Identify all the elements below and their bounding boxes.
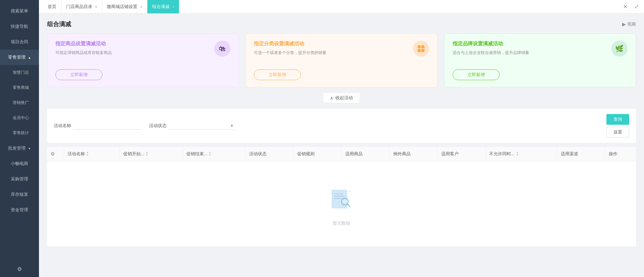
activity-name-input[interactable] <box>74 122 141 130</box>
search-actions: 查询 设置 <box>606 114 629 137</box>
activity-card-product-desc: 可指定滞销商品或库存较多商品 <box>55 50 230 56</box>
gear-icon: ⚙ <box>17 266 22 272</box>
activity-card-brand-desc: 适合与上游企业联合做营销，提升品牌销量 <box>453 50 628 56</box>
activity-card-brand: 指定品牌设置满减活动 🌿 适合与上游企业联合做营销，提升品牌销量 立即新增 <box>444 34 636 87</box>
sort-icon: ▲▼ <box>209 151 211 157</box>
tab-store-catalog[interactable]: 门店商品目录 × <box>61 0 102 13</box>
tab-close-combo-discount[interactable]: × <box>172 5 174 9</box>
page-header: 组合满减 ▶ 视频 <box>47 20 636 28</box>
col-exception-goods: 例外商品 <box>390 147 438 161</box>
sidebar-settings[interactable]: ⚙ <box>0 261 39 277</box>
svg-rect-2 <box>418 49 421 52</box>
tab-bar: 首页 门店商品目录 × 微商城店铺设置 × 组合满减 × ✕ ⤢ <box>39 0 644 13</box>
gear-icon: ⚙ <box>50 151 55 157</box>
video-link[interactable]: ▶ 视频 <box>622 21 636 27</box>
sidebar-item-retail-stats[interactable]: 零售统计 <box>0 125 39 141</box>
tab-combo-discount[interactable]: 组合满减 × <box>147 0 179 13</box>
activity-card-brand-title: 指定品牌设置满减活动 <box>453 41 628 47</box>
sidebar-item-retail-manage[interactable]: 零售管理 <box>0 50 39 65</box>
leaf-icon: 🌿 <box>615 45 624 53</box>
empty-state-icon <box>325 181 358 215</box>
search-activity-status-field: 活动状态 ▼ <box>149 122 236 130</box>
sort-icon: ▲▼ <box>86 151 89 157</box>
search-bar: 活动名称 活动状态 ▼ 查询 设置 <box>47 109 636 143</box>
activity-status-select-wrapper: ▼ <box>169 122 236 130</box>
query-button[interactable]: 查询 <box>606 114 629 125</box>
col-promo-start[interactable]: 促销开始... ▲▼ <box>120 147 183 161</box>
sort-icon: ▲▼ <box>146 151 148 157</box>
sidebar-item-member-center[interactable]: 会员中心 <box>0 110 39 125</box>
empty-text: 暂无数据 <box>333 220 350 226</box>
sidebar-item-xiaochangec[interactable]: 小畅电商 <box>0 156 39 171</box>
tab-home[interactable]: 首页 <box>43 0 61 13</box>
window-close-btn[interactable]: ✕ <box>622 3 629 10</box>
content-area: 组合满减 ▶ 视频 指定商品设置满减活动 🛍 可指定滞销商品或库存较多商品 立即… <box>39 13 644 277</box>
tab-close-wechat-store[interactable]: × <box>140 5 142 9</box>
sidebar: 搜索菜单 快捷导航 项目合同 零售管理 智慧门店 零售商城 营销推广 会员中心 … <box>0 0 39 277</box>
activity-card-category-icon <box>413 41 429 57</box>
sidebar-item-search-menu[interactable]: 搜索菜单 <box>0 3 39 19</box>
window-maximize-btn[interactable]: ⤢ <box>633 3 640 10</box>
collapse-btn[interactable]: ∧ 收起活动 <box>323 93 360 103</box>
col-activity-status: 活动状态 <box>246 147 294 161</box>
sidebar-item-inventory-calc[interactable]: 库存核算 <box>0 187 39 202</box>
search-activity-name-field: 活动名称 <box>54 122 141 130</box>
svg-rect-0 <box>418 45 421 48</box>
empty-state: 暂无数据 <box>47 161 636 246</box>
sidebar-item-wholesale-manage[interactable]: 批发管理 <box>0 141 39 156</box>
svg-rect-1 <box>421 45 424 48</box>
settings-button[interactable]: 设置 <box>606 127 629 137</box>
activity-card-category-title: 指定分类设置满减活动 <box>254 41 429 47</box>
svg-point-13 <box>349 190 350 192</box>
col-not-allow-concurrent[interactable]: 不允许同时... ▲▼ <box>486 147 557 161</box>
bag-icon: 🛍 <box>219 45 226 53</box>
svg-line-12 <box>348 204 350 207</box>
col-gear[interactable]: ⚙ <box>47 147 64 161</box>
activity-card-product: 指定商品设置满减活动 🛍 可指定滞销商品或库存较多商品 立即新增 <box>47 34 239 87</box>
activity-card-category-desc: 可选一个或者多个分类，提升分类的销量 <box>254 50 429 56</box>
page-title: 组合满减 <box>47 20 71 28</box>
col-promo-end[interactable]: 促销结束... ▲▼ <box>183 147 246 161</box>
activity-cards: 指定商品设置满减活动 🛍 可指定滞销商品或库存较多商品 立即新增 指定分类设置满… <box>47 34 636 87</box>
svg-point-11 <box>342 199 347 204</box>
tab-wechat-store-settings[interactable]: 微商城店铺设置 × <box>102 0 147 13</box>
activity-name-label: 活动名称 <box>54 123 71 129</box>
activity-card-category: 指定分类设置满减活动 可选一个或者多个分类，提升分类的销量 立即新增 <box>245 34 437 87</box>
data-table: ⚙ 活动名称 ▲▼ 促销开始... ▲▼ <box>47 147 636 161</box>
sidebar-item-marketing[interactable]: 营销推广 <box>0 95 39 110</box>
activity-card-brand-icon: 🌿 <box>611 41 628 57</box>
activity-status-select[interactable] <box>169 122 236 130</box>
table-wrapper: ⚙ 活动名称 ▲▼ 促销开始... ▲▼ <box>47 147 636 246</box>
main-area: 首页 门店商品目录 × 微商城店铺设置 × 组合满减 × ✕ ⤢ 组合满减 ▶ … <box>39 0 644 277</box>
activity-card-product-title: 指定商品设置满减活动 <box>55 41 230 47</box>
tab-close-store-catalog[interactable]: × <box>95 5 97 9</box>
activity-card-product-btn[interactable]: 立即新增 <box>55 69 102 80</box>
sidebar-item-smart-store[interactable]: 智慧门店 <box>0 65 39 80</box>
sort-icon: ▲▼ <box>516 151 519 157</box>
activity-card-category-btn[interactable]: 立即新增 <box>254 69 301 80</box>
collapse-bar: ∧ 收起活动 <box>47 93 636 103</box>
col-promo-rule: 促销规则 <box>294 147 342 161</box>
col-applicable-channel: 适用渠道 <box>557 147 605 161</box>
sidebar-item-quick-nav[interactable]: 快捷导航 <box>0 19 39 34</box>
svg-point-14 <box>351 193 352 195</box>
sidebar-item-fund-manage[interactable]: 资金管理 <box>0 202 39 218</box>
col-applicable-customer: 适用客户 <box>438 147 486 161</box>
tab-bar-actions: ✕ ⤢ <box>622 3 640 10</box>
sidebar-item-project-contract[interactable]: 项目合同 <box>0 34 39 50</box>
svg-rect-3 <box>421 49 424 52</box>
play-icon: ▶ <box>622 21 626 27</box>
sidebar-item-purchase-manage[interactable]: 采购管理 <box>0 171 39 187</box>
grid-icon <box>417 45 425 53</box>
activity-status-label: 活动状态 <box>149 123 167 129</box>
col-activity-name[interactable]: 活动名称 ▲▼ <box>64 147 120 161</box>
activity-card-product-icon: 🛍 <box>214 41 230 57</box>
sidebar-item-retail-mall[interactable]: 零售商城 <box>0 80 39 95</box>
activity-card-brand-btn[interactable]: 立即新增 <box>453 69 500 80</box>
col-operation: 操作 <box>605 147 636 161</box>
col-applicable-goods: 适用商品 <box>342 147 390 161</box>
collapse-arrow-icon: ∧ <box>330 96 333 101</box>
